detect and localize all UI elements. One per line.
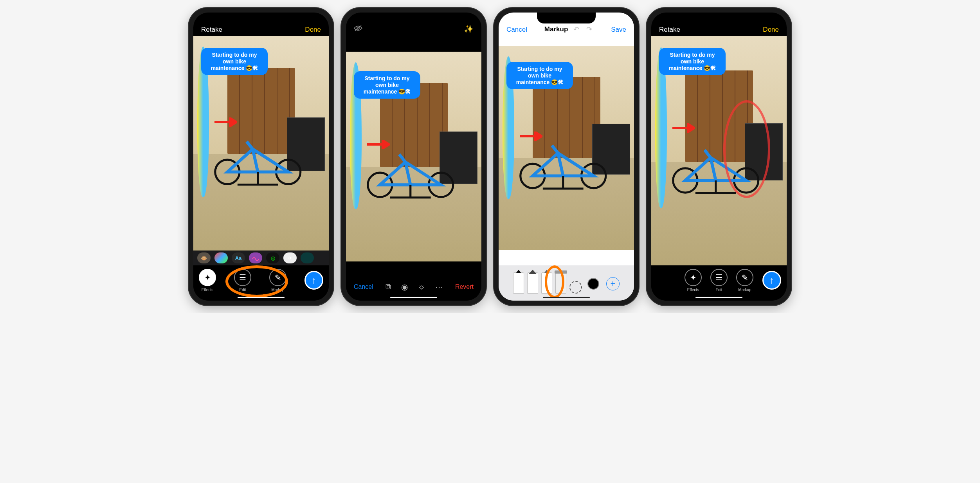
activity-app-icon[interactable]: ◎ — [266, 252, 279, 263]
more-apps-icon[interactable] — [301, 252, 314, 263]
markup-pen-icon: ✎ — [736, 269, 753, 286]
home-indicator[interactable] — [695, 297, 742, 298]
phone-frame-2: ✨ Starting to do my own bike maintenance… — [341, 8, 486, 305]
photo-preview: Starting to do my own bike maintenance 😎… — [651, 36, 787, 265]
caption-bubble[interactable]: Starting to do my own bike maintenance 😎… — [659, 48, 726, 75]
retake-button[interactable]: Retake — [201, 26, 222, 34]
notch — [690, 13, 748, 23]
filters-icon[interactable]: ◉ — [401, 282, 408, 292]
pen-tool[interactable] — [513, 272, 524, 294]
effects-button[interactable]: ✦ Effects — [199, 269, 216, 292]
edit-button[interactable]: ☰ Edit — [710, 269, 728, 292]
adjust-icon[interactable]: ☼ — [418, 282, 425, 292]
effects-icon: ✦ — [685, 269, 702, 286]
markup-button[interactable]: ✎ Markup — [736, 269, 753, 292]
caption-bubble: Starting to do my own bike maintenance 😎… — [506, 62, 573, 89]
tutorial-highlight-ring — [225, 265, 288, 297]
markup-tool-palette: + — [499, 265, 634, 301]
red-arrow-annotation — [214, 117, 237, 127]
arrow-up-icon: ↑ — [769, 275, 774, 286]
eye-slash-icon[interactable] — [354, 25, 362, 34]
imessage-app-strip[interactable]: 🐵 Aa ◎ ✈ — [193, 251, 329, 265]
crop-icon[interactable]: ⧉ — [386, 282, 391, 292]
notch — [232, 13, 290, 23]
action-row: ✦ Effects ☰ Edit ✎ Markup ↑ — [651, 265, 787, 301]
arrow-up-icon: ↑ — [312, 275, 316, 286]
phone-frame-4: Retake Done Starting to do my own bike m… — [647, 8, 791, 305]
marker-tool[interactable] — [527, 272, 538, 294]
notch — [537, 13, 596, 23]
action-row: ✦ Effects ☰ Edit ✎ Markup ↑ — [193, 265, 329, 301]
send-button[interactable]: ↑ — [762, 271, 781, 290]
screen-4: Retake Done Starting to do my own bike m… — [651, 13, 787, 301]
cancel-button[interactable]: Cancel — [506, 26, 527, 34]
send-button[interactable]: ↑ — [304, 271, 323, 290]
user-drawn-circle — [723, 100, 770, 198]
photo-preview[interactable]: Starting to do my own bike maintenance 😎… — [346, 52, 481, 261]
effects-label: Effects — [202, 288, 213, 292]
caption-bubble[interactable]: Starting to do my own bike maintenance 😎… — [201, 48, 268, 75]
bike-icon — [207, 122, 309, 197]
phone-frame-3: Cancel Markup ↶ ↷ Save Starting to do my… — [494, 8, 639, 305]
add-shape-button[interactable]: + — [606, 277, 620, 290]
markup-canvas[interactable]: Starting to do my own bike maintenance 😎… — [499, 46, 634, 250]
home-indicator[interactable] — [390, 297, 437, 298]
effects-button[interactable]: ✦ Effects — [685, 269, 702, 292]
magic-wand-icon[interactable]: ✨ — [464, 24, 474, 34]
text-app-icon[interactable]: Aa — [232, 252, 245, 263]
edit-sliders-icon: ☰ — [710, 269, 728, 286]
cancel-button[interactable]: Cancel — [354, 283, 373, 290]
color-picker[interactable] — [587, 278, 599, 290]
filters-app-icon[interactable] — [214, 252, 228, 263]
photo-preview: Starting to do my own bike maintenance 😎… — [193, 36, 329, 251]
edit-label: Edit — [715, 288, 722, 292]
third-party-app-icon[interactable]: ✈ — [283, 252, 297, 263]
screen-3: Cancel Markup ↶ ↷ Save Starting to do my… — [499, 13, 634, 301]
notch — [384, 13, 443, 23]
done-button[interactable]: Done — [763, 26, 779, 34]
undo-button[interactable]: ↶ — [573, 25, 579, 34]
retake-button[interactable]: Retake — [659, 26, 680, 34]
done-button[interactable]: Done — [305, 26, 321, 34]
effects-icon: ✦ — [199, 269, 216, 286]
tutorial-highlight-ring — [545, 265, 564, 298]
phone-frame-1: Retake Done Starting to do my own bike m… — [189, 8, 333, 305]
home-indicator[interactable] — [543, 297, 590, 298]
revert-button[interactable]: Revert — [455, 283, 474, 290]
redo-button[interactable]: ↷ — [586, 25, 592, 34]
effects-label: Effects — [687, 288, 699, 292]
more-icon[interactable]: ⋯ — [435, 282, 443, 292]
save-button[interactable]: Save — [611, 26, 626, 34]
screen-2: ✨ Starting to do my own bike maintenance… — [346, 13, 481, 301]
memoji-app-icon[interactable]: 🐵 — [197, 252, 211, 263]
home-indicator[interactable] — [238, 297, 285, 298]
shapes-app-icon[interactable] — [249, 252, 262, 263]
caption-bubble: Starting to do my own bike maintenance 😎… — [354, 71, 420, 99]
markup-title: Markup — [544, 25, 568, 33]
markup-label: Markup — [738, 288, 751, 292]
lasso-tool[interactable] — [569, 281, 582, 294]
screen-1: Retake Done Starting to do my own bike m… — [193, 13, 329, 301]
